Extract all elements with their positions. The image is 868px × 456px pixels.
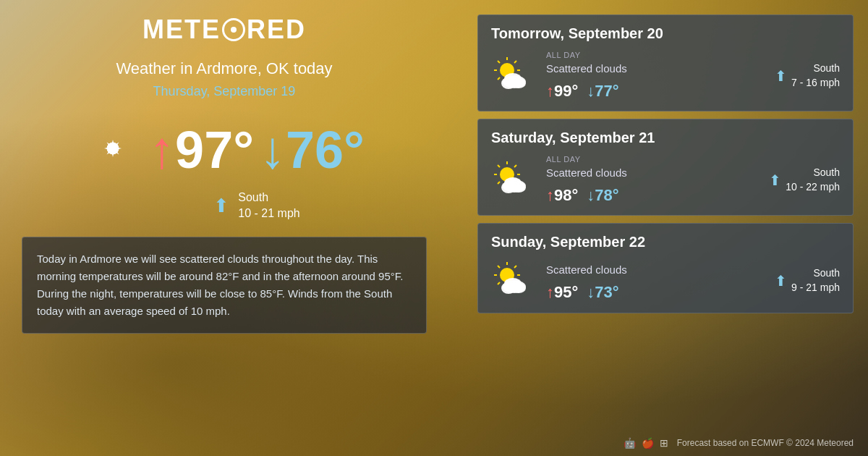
svg-point-47 (504, 278, 522, 290)
forecast-body-tomorrow: ALL DAY Scattered clouds ↑99° ↓77° ⬆ Sou… (491, 51, 840, 101)
temperature-display: ↑97° ↓76° (149, 124, 365, 176)
wind-icon-sunday: ⬆ (775, 272, 787, 290)
wind-tomorrow: ⬆ South 7 - 16 mph (775, 62, 840, 90)
forecast-title-sunday: Sunday, September 22 (491, 234, 840, 250)
forecast-title-saturday: Saturday, September 21 (491, 130, 840, 146)
svg-line-17 (498, 77, 500, 80)
wind-text-saturday: South 10 - 22 mph (786, 166, 840, 194)
all-day-label-saturday: ALL DAY (546, 155, 757, 164)
android-icon: 🤖 (624, 437, 636, 449)
temps-sunday: ↑95° ↓73° (546, 283, 763, 302)
svg-line-43 (498, 282, 500, 284)
wind-sunday: ⬆ South 9 - 21 mph (775, 266, 840, 295)
high-tomorrow: ↑99° (546, 82, 578, 101)
svg-line-14 (498, 61, 500, 63)
weather-description: Today in Ardmore we will see scattered c… (22, 237, 427, 334)
wind-saturday: ⬆ South 10 - 22 mph (769, 166, 840, 194)
apple-icon: 🍎 (642, 437, 654, 449)
platform-icons: 🤖 🍎 ⊞ (624, 437, 668, 449)
svg-line-30 (498, 182, 500, 184)
svg-line-42 (514, 266, 516, 268)
low-temp: ↓76° (260, 124, 365, 176)
logo-suffix: RED (247, 14, 306, 45)
wind-direction-icon: ⬆ (213, 195, 229, 217)
forecast-icon-saturday (491, 159, 535, 202)
current-date: Thursday, September 19 (153, 84, 296, 99)
wind-text-sunday: South 9 - 21 mph (791, 266, 840, 295)
low-tomorrow: ↓77° (587, 82, 618, 101)
condition-saturday: Scattered clouds (546, 166, 757, 179)
wind-text-tomorrow: South 7 - 16 mph (791, 62, 840, 90)
svg-line-27 (498, 165, 500, 167)
logo-emblem (222, 18, 245, 41)
main-weather-display: ↑97° ↓76° (84, 121, 365, 179)
forecast-details-tomorrow: ALL DAY Scattered clouds ↑99° ↓77° (546, 51, 763, 101)
all-day-label-tomorrow: ALL DAY (546, 51, 763, 59)
wind-text: South 10 - 21 mph (238, 190, 299, 222)
windows-icon: ⊞ (660, 437, 668, 449)
left-panel: METE RED Weather in Ardmore, OK today Th… (0, 0, 448, 456)
logo-text: METE (142, 14, 221, 45)
forecast-body-sunday: Scattered clouds ↑95° ↓73° ⬆ South 9 - 2… (491, 259, 840, 303)
forecast-icon-tomorrow (491, 54, 535, 98)
high-arrow: ↑ (149, 121, 175, 179)
low-saturday: ↓78° (587, 186, 618, 205)
low-sunday: ↓73° (587, 283, 618, 302)
svg-line-29 (514, 165, 516, 167)
svg-line-16 (514, 61, 516, 63)
right-panel: Tomorrow, September 20 (477, 14, 854, 313)
forecast-card-saturday: Saturday, September 21 (477, 119, 854, 216)
condition-tomorrow: Scattered clouds (546, 62, 763, 75)
low-arrow: ↓ (260, 121, 286, 179)
svg-point-8 (107, 143, 119, 154)
svg-line-40 (498, 266, 500, 268)
today-weather-icon (84, 121, 142, 179)
condition-sunday: Scattered clouds (546, 263, 763, 276)
forecast-card-sunday: Sunday, September 22 (477, 223, 854, 313)
forecast-icon-sunday (491, 259, 535, 303)
wind-icon-saturday: ⬆ (769, 172, 781, 189)
svg-point-21 (504, 73, 522, 85)
forecast-details-sunday: Scattered clouds ↑95° ↓73° (546, 261, 763, 302)
high-saturday: ↑98° (546, 186, 578, 205)
forecast-title-tomorrow: Tomorrow, September 20 (491, 25, 840, 42)
logo: METE RED (142, 14, 306, 45)
forecast-body-saturday: ALL DAY Scattered clouds ↑98° ↓78° ⬆ Sou… (491, 155, 840, 205)
forecast-card-tomorrow: Tomorrow, September 20 (477, 14, 854, 111)
svg-point-34 (504, 177, 522, 189)
high-sunday: ↑95° (546, 283, 578, 302)
forecast-details-saturday: ALL DAY Scattered clouds ↑98° ↓78° (546, 155, 757, 205)
temps-tomorrow: ↑99° ↓77° (546, 82, 763, 101)
temps-saturday: ↑98° ↓78° (546, 186, 757, 205)
footer: 🤖 🍎 ⊞ Forecast based on ECMWF © 2024 Met… (624, 437, 854, 449)
wind-icon-tomorrow: ⬆ (775, 67, 787, 85)
location-title: Weather in Ardmore, OK today (116, 59, 332, 78)
footer-text: Forecast based on ECMWF © 2024 Meteored (677, 438, 854, 448)
today-wind: ⬆ South 10 - 21 mph (213, 190, 299, 222)
high-temp: ↑97° (149, 124, 254, 176)
